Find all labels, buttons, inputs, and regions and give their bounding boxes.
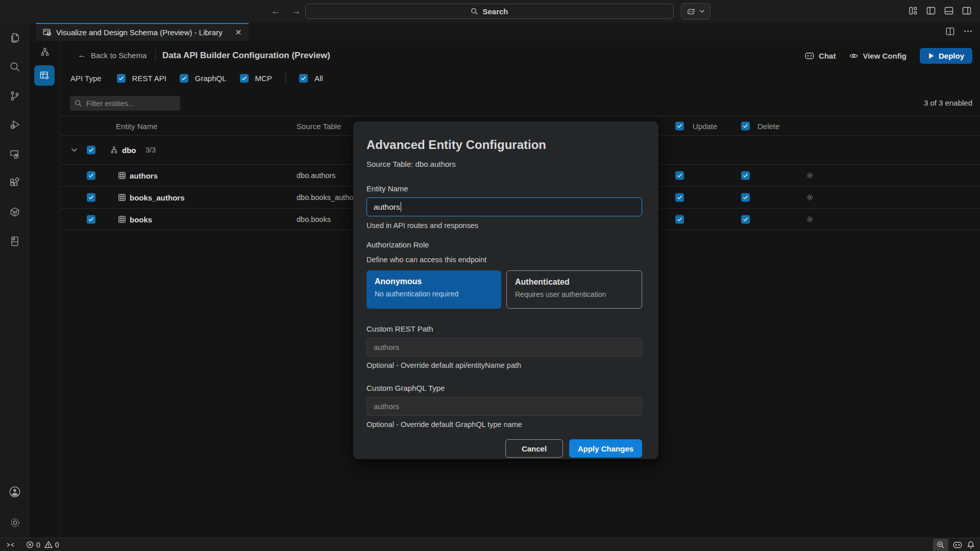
search-icon xyxy=(471,8,478,15)
back-label: Back to Schema xyxy=(91,51,146,60)
deploy-button[interactable]: Deploy xyxy=(920,48,972,64)
copilot-status-icon[interactable] xyxy=(952,541,963,549)
auth-option-description: Requires user authentication xyxy=(515,290,633,298)
checkbox-graphql[interactable]: GraphQL xyxy=(180,74,227,83)
custom-graphql-type-input[interactable] xyxy=(366,397,642,416)
error-count: 0 xyxy=(36,541,40,549)
cancel-button[interactable]: Cancel xyxy=(505,439,563,458)
delete-checkbox[interactable] xyxy=(741,171,750,180)
remote-indicator[interactable] xyxy=(6,541,15,548)
search-label: Search xyxy=(482,7,508,16)
containers-icon[interactable] xyxy=(0,197,30,227)
extensions-icon[interactable] xyxy=(0,168,30,197)
run-debug-icon[interactable] xyxy=(0,110,30,139)
nav-forward-icon[interactable]: → xyxy=(290,4,302,18)
nav-back-icon[interactable]: ← xyxy=(270,4,282,18)
table-icon xyxy=(118,171,126,180)
zoom-indicator[interactable] xyxy=(933,539,948,551)
row-settings-gear-icon[interactable] xyxy=(805,171,814,180)
title-bar: ← → Search xyxy=(0,0,980,23)
custom-graphql-type-label: Custom GraphQL Type xyxy=(366,384,642,392)
toggle-primary-sidebar-icon[interactable] xyxy=(926,6,936,16)
row-checkbox[interactable] xyxy=(87,193,95,202)
schema-name: dbo xyxy=(122,146,136,155)
chat-button[interactable]: Chat xyxy=(804,52,836,60)
checkbox-label: All xyxy=(314,74,323,83)
search-sidebar-icon[interactable] xyxy=(0,52,30,81)
split-editor-icon[interactable] xyxy=(945,27,955,36)
checkbox-icon[interactable] xyxy=(299,74,308,83)
auth-option-authenticated[interactable]: Authenticated Requires user authenticati… xyxy=(506,270,642,309)
entity-source: dbo.books xyxy=(297,215,331,223)
column-source-table: Source Table xyxy=(297,121,341,130)
delete-checkbox[interactable] xyxy=(741,193,750,202)
update-checkbox[interactable] xyxy=(675,171,684,180)
entity-name: books xyxy=(130,215,152,223)
warning-icon xyxy=(44,541,53,548)
customize-layout-icon[interactable] xyxy=(908,6,918,16)
copilot-chat-button[interactable] xyxy=(681,3,710,19)
errors-indicator[interactable]: 0 xyxy=(26,541,40,549)
warnings-indicator[interactable]: 0 xyxy=(44,541,59,549)
filter-divider xyxy=(285,72,286,84)
copilot-icon xyxy=(804,52,815,60)
toggle-panel-icon[interactable] xyxy=(944,6,954,16)
checkbox-icon[interactable] xyxy=(240,74,249,83)
tab-visualize-design-schema[interactable]: Visualize and Design Schema (Preview) - … xyxy=(36,23,249,41)
row-settings-gear-icon[interactable] xyxy=(805,215,814,223)
account-icon[interactable] xyxy=(0,477,30,507)
checkbox-icon[interactable] xyxy=(180,74,188,83)
eye-icon xyxy=(849,52,859,60)
checkbox-mcp[interactable]: MCP xyxy=(240,74,272,83)
schema-view-icon[interactable] xyxy=(30,41,60,63)
chat-label: Chat xyxy=(819,52,836,60)
apply-changes-button[interactable]: Apply Changes xyxy=(569,439,642,458)
page-header: ← Back to Schema Data API Builder Config… xyxy=(60,41,980,69)
more-actions-icon[interactable] xyxy=(963,27,973,36)
remote-explorer-icon[interactable] xyxy=(0,139,30,168)
delete-checkbox[interactable] xyxy=(741,215,750,223)
custom-rest-path-input[interactable] xyxy=(366,338,642,357)
entity-name-input[interactable]: authors xyxy=(366,197,642,216)
notifications-bell-icon[interactable] xyxy=(967,541,975,549)
authorization-role-label: Authorization Role xyxy=(366,240,642,249)
checkbox-all[interactable]: All xyxy=(299,74,323,83)
back-arrow-icon: ← xyxy=(78,50,86,60)
tab-close-icon[interactable]: ✕ xyxy=(233,28,243,38)
update-checkbox[interactable] xyxy=(675,215,684,223)
designer-side-toolbar xyxy=(30,41,60,538)
collapse-chevron-icon[interactable] xyxy=(71,148,78,153)
settings-gear-icon[interactable] xyxy=(0,507,30,538)
entity-source: dbo.books_authors xyxy=(297,193,359,202)
column-update-checkbox[interactable] xyxy=(675,121,684,130)
checkbox-icon[interactable] xyxy=(117,74,126,83)
source-control-icon[interactable] xyxy=(0,81,30,110)
auth-option-anonymous[interactable]: Anonymous No authentication required xyxy=(366,270,501,309)
checkbox-rest-api[interactable]: REST API xyxy=(117,74,166,83)
row-checkbox[interactable] xyxy=(87,215,95,223)
row-settings-gear-icon[interactable] xyxy=(805,193,814,202)
column-update: Update xyxy=(693,121,717,130)
text-cursor xyxy=(401,202,402,212)
column-delete-checkbox[interactable] xyxy=(741,121,750,130)
row-checkbox[interactable] xyxy=(87,171,95,180)
filter-entities-input[interactable] xyxy=(70,96,180,111)
search-input[interactable]: Search xyxy=(305,4,674,19)
status-bar: 0 0 xyxy=(0,538,980,551)
back-to-schema-button[interactable]: ← Back to Schema xyxy=(78,50,146,60)
auth-option-title: Authenticated xyxy=(515,278,633,287)
column-delete: Delete xyxy=(757,121,779,130)
update-checkbox[interactable] xyxy=(675,193,684,202)
group-checkbox[interactable] xyxy=(87,146,95,155)
api-type-label: API Type xyxy=(70,74,102,83)
schema-designer-tab-icon xyxy=(43,28,52,37)
vscode-window: ← → Search xyxy=(0,0,980,551)
database-projects-icon[interactable] xyxy=(0,227,30,256)
explorer-icon[interactable] xyxy=(0,23,30,52)
schema-icon xyxy=(109,145,119,155)
checkbox-label: MCP xyxy=(255,74,272,83)
api-builder-view-selected[interactable] xyxy=(34,65,55,86)
view-config-button[interactable]: View Config xyxy=(849,52,906,60)
toggle-secondary-sidebar-icon[interactable] xyxy=(962,6,972,16)
zoom-in-icon xyxy=(937,541,945,549)
